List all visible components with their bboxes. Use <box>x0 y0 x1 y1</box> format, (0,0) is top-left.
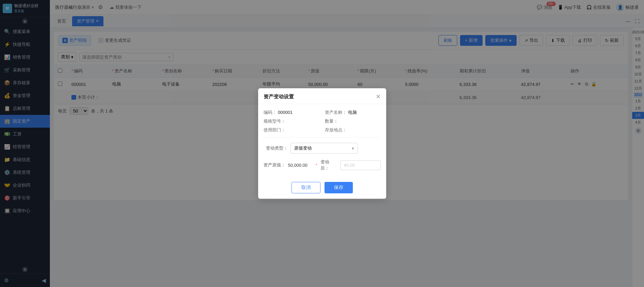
change-type-chevron-icon: ▾ <box>352 146 354 151</box>
after-change-label: 变动后： <box>320 159 336 171</box>
modal-code-value: 000001 <box>278 110 293 115</box>
modal-department-item: 使用部门： <box>264 127 319 133</box>
required-dot: * <box>315 163 317 168</box>
save-btn[interactable]: 保存 <box>325 182 353 193</box>
modal-body: 编码： 000001 资产名称： 电脑 规格型号： 数量： 使用部门： <box>258 104 386 182</box>
change-type-select[interactable]: 原值变动 ▾ <box>290 143 358 154</box>
modal-header: 资产变动设置 ✕ <box>258 88 386 104</box>
modal-location-item: 存放地点： <box>325 127 381 133</box>
modal-quantity-label: 数量： <box>325 118 338 124</box>
modal-quantity-item: 数量： <box>325 118 381 124</box>
modal-asset-name-label: 资产名称： <box>325 109 347 116</box>
modal-dept-label: 使用部门： <box>264 127 285 133</box>
modal-title: 资产变动设置 <box>264 94 294 100</box>
after-change-input[interactable] <box>340 160 381 170</box>
modal-spec-label: 规格型号： <box>264 118 285 124</box>
modal-code-item: 编码： 000001 <box>264 109 319 116</box>
modal-location-label: 存放地点： <box>325 127 347 133</box>
asset-change-modal: 资产变动设置 ✕ 编码： 000001 资产名称： 电脑 规格型号： 数量： <box>258 88 386 199</box>
modal-info-grid: 编码： 000001 资产名称： 电脑 规格型号： 数量： 使用部门： <box>264 109 381 133</box>
original-value-field-label: 资产原值： <box>264 162 285 168</box>
cancel-btn[interactable]: 取消 <box>292 182 320 193</box>
modal-footer: 取消 保存 <box>258 182 386 199</box>
modal-spec-item: 规格型号： <box>264 118 319 124</box>
modal-close-btn[interactable]: ✕ <box>376 93 381 100</box>
modal-code-label: 编码： <box>264 109 277 116</box>
modal-divider <box>264 137 381 137</box>
modal-overlay: 资产变动设置 ✕ 编码： 000001 资产名称： 电脑 规格型号： 数量： <box>0 0 644 287</box>
original-value-display: 50,000.00 <box>288 163 308 168</box>
modal-asset-name-item: 资产名称： 电脑 <box>325 109 381 116</box>
change-type-label: 变动类型： <box>264 145 288 151</box>
original-value-row: 资产原值： 50,000.00 * 变动后： <box>264 159 381 171</box>
modal-asset-name-value: 电脑 <box>348 109 357 116</box>
change-type-row: 变动类型： 原值变动 ▾ <box>264 143 381 154</box>
change-type-value: 原值变动 <box>294 145 312 151</box>
